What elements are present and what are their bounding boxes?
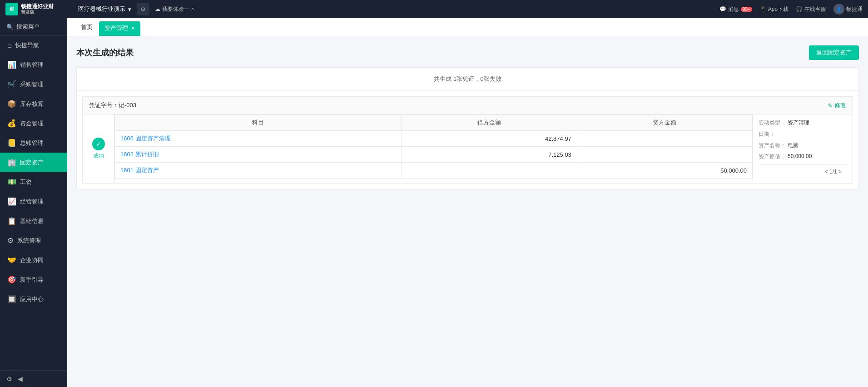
online-service-label: 在线客服 — [804, 5, 826, 13]
edit-label: 修改 — [834, 101, 846, 109]
dropdown-icon: ▾ — [128, 6, 131, 13]
change-type-value: 资产清理 — [788, 119, 809, 127]
status-cell: ✓ 成功 — [83, 114, 114, 183]
sidebar-label-ledger: 总账管理 — [20, 139, 44, 147]
sales-icon: 📊 — [7, 60, 16, 69]
row1-credit — [577, 131, 752, 147]
return-button[interactable]: 返回固定资产 — [809, 45, 859, 60]
voucher-number: 凭证字号：记-003 — [89, 101, 136, 109]
asset-name-label: 资产名称： — [759, 142, 786, 149]
summary-text: 共生成 1张凭证，0张失败 — [434, 75, 501, 82]
tab-home[interactable]: 首页 — [74, 20, 99, 36]
sidebar-item-collaboration[interactable]: 🤝 企业协同 — [0, 250, 67, 270]
sidebar-label-purchase: 采购管理 — [20, 80, 44, 89]
system-icon: ⚙ — [7, 236, 14, 245]
tab-close-icon[interactable]: ✕ — [131, 25, 135, 31]
row1-subject: 1606 固定资产清理 — [115, 131, 402, 147]
sidebar-label-app-center: 应用中心 — [20, 295, 44, 303]
company-selector[interactable]: 医疗器械行业演示 ▾ — [78, 5, 131, 13]
purchase-icon: 🛒 — [7, 80, 16, 89]
search-icon: 🔍 — [6, 24, 14, 30]
service-icon: 🎧 — [796, 6, 803, 12]
result-summary: 共生成 1张凭证，0张失败 — [77, 68, 858, 91]
collaboration-icon: 🤝 — [7, 256, 16, 264]
row2-subject: 1602 累计折旧 — [115, 147, 402, 163]
sidebar-label-payroll: 工资 — [20, 178, 32, 186]
topbar: 财 畅捷通好业财 普及版 医疗器械行业演示 ▾ ⚙ ☁ 我要体验一下 💬 消息 … — [0, 0, 868, 18]
row1-debit: 42,874.97 — [402, 131, 577, 147]
sidebar-item-inventory[interactable]: 📦 库存核算 — [0, 94, 67, 114]
avatar: 👤 — [833, 4, 844, 15]
sidebar-item-app-center[interactable]: 🔲 应用中心 — [0, 289, 67, 309]
voucher-body: ✓ 成功 科目 借方金额 贷方金额 — [83, 114, 853, 183]
fixed-assets-icon: 🏢 — [7, 158, 16, 167]
col-header-debit: 借方金额 — [402, 115, 577, 131]
tab-asset-mgmt[interactable]: 资产管理 ✕ — [99, 21, 140, 36]
experience-button[interactable]: ☁ 我要体验一下 — [155, 5, 195, 13]
payroll-icon: 💵 — [7, 178, 16, 186]
app-download-button[interactable]: 📱 App下载 — [759, 5, 789, 13]
search-menu[interactable]: 🔍 搜索菜单 — [0, 18, 67, 36]
sidebar-label-inventory: 库存核算 — [20, 100, 44, 108]
sidebar-item-guide[interactable]: 🎯 新手引导 — [0, 270, 67, 289]
settings-button[interactable]: ⚙ — [137, 3, 149, 15]
page-content: 本次生成的结果 返回固定资产 共生成 1张凭证，0张失败 凭证字号：记-003 … — [67, 36, 868, 387]
sidebar-label-finance: 资金管理 — [20, 119, 44, 128]
sidebar-item-ledger[interactable]: 📒 总账管理 — [0, 133, 67, 153]
basic-info-icon: 📋 — [7, 217, 16, 225]
sidebar-item-purchase[interactable]: 🛒 采购管理 — [0, 74, 67, 94]
info-row-date: 日期： — [759, 130, 847, 138]
sidebar-item-payroll[interactable]: 💵 工资 — [0, 172, 67, 192]
search-label: 搜索菜单 — [16, 23, 40, 31]
sidebar-item-finance[interactable]: 💰 资金管理 — [0, 114, 67, 133]
message-button[interactable]: 💬 消息 99+ — [719, 5, 752, 13]
status-label: 成功 — [93, 152, 104, 160]
collapse-sidebar-icon[interactable]: ◀ — [18, 375, 23, 382]
inventory-icon: 📦 — [7, 99, 16, 108]
sidebar-label-sales: 销售管理 — [20, 61, 44, 69]
success-icon: ✓ — [92, 138, 105, 150]
guide-icon: 🎯 — [7, 275, 16, 284]
sidebar-item-sales[interactable]: 📊 销售管理 — [0, 55, 67, 74]
edit-button[interactable]: ✎ 修改 — [828, 101, 846, 109]
cloud-icon: ☁ — [155, 6, 160, 12]
row2-credit — [577, 147, 752, 163]
col-header-credit: 贷方金额 — [577, 115, 752, 131]
sidebar-item-fixed-assets[interactable]: 🏢 固定资产 — [0, 153, 67, 172]
app-name: 畅捷通好业财 — [21, 3, 54, 10]
company-name: 医疗器械行业演示 — [78, 5, 125, 13]
sidebar-label-operations: 经营管理 — [20, 198, 44, 206]
tab-asset-mgmt-label: 资产管理 — [104, 24, 128, 32]
asset-name-value: 电脑 — [788, 142, 799, 149]
voucher-info-panel: 变动类型： 资产清理 日期： 资产名称： 电脑 — [753, 114, 853, 183]
app-logo: 财 畅捷通好业财 普及版 — [5, 3, 69, 15]
online-service-button[interactable]: 🎧 在线客服 — [796, 5, 826, 13]
voucher-table: 科目 借方金额 贷方金额 1606 固定资产清理 42,874.97 — [114, 114, 753, 179]
sidebar-item-system[interactable]: ⚙ 系统管理 — [0, 231, 67, 250]
info-row-asset-name: 资产名称： 电脑 — [759, 142, 847, 149]
user-menu[interactable]: 👤 畅捷通 — [833, 4, 863, 15]
original-value-label: 资产原值： — [759, 153, 786, 161]
message-label: 消息 — [728, 5, 739, 13]
experience-label: 我要体验一下 — [162, 5, 195, 13]
finance-icon: 💰 — [7, 119, 16, 128]
sidebar-label-fixed-assets: 固定资产 — [20, 159, 44, 167]
settings-bottom-icon[interactable]: ⚙ — [6, 375, 12, 382]
logo-icon: 财 — [5, 3, 18, 15]
sidebar-item-quick-nav[interactable]: ⌂ 快捷导航 — [0, 36, 67, 55]
row3-debit — [402, 163, 577, 179]
pagination[interactable]: < 1/1 > — [759, 164, 847, 179]
content-area: 首页 资产管理 ✕ 本次生成的结果 返回固定资产 共生成 1张凭证，0张失败 — [67, 18, 868, 387]
app-center-icon: 🔲 — [7, 295, 16, 303]
voucher-table-wrap: 科目 借方金额 贷方金额 1606 固定资产清理 42,874.97 — [114, 114, 753, 183]
info-row-change-type: 变动类型： 资产清理 — [759, 119, 847, 127]
sidebar-item-basic-info[interactable]: 📋 基础信息 — [0, 211, 67, 231]
table-row: 1602 累计折旧 7,125.03 — [115, 147, 753, 163]
operations-icon: 📈 — [7, 197, 16, 206]
app-download-label: App下载 — [768, 5, 789, 13]
sidebar-item-operations[interactable]: 📈 经营管理 — [0, 192, 67, 211]
change-type-label: 变动类型： — [759, 119, 786, 127]
user-name: 畅捷通 — [846, 5, 863, 13]
tab-bar: 首页 资产管理 ✕ — [67, 18, 868, 36]
original-value-value: 50,000.00 — [788, 153, 812, 161]
